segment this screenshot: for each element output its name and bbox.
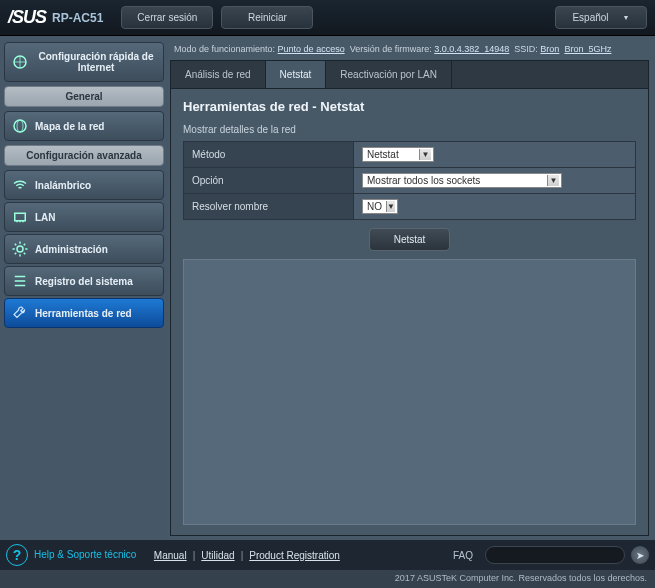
help-link[interactable]: Help & Soporte técnico [34, 550, 136, 560]
operation-mode-link[interactable]: Punto de acceso [278, 44, 345, 54]
search-input[interactable] [485, 546, 625, 564]
sidebar-item-wireless[interactable]: Inalámbrico [4, 170, 164, 200]
ssid-link-1[interactable]: Bron [540, 44, 559, 54]
globe-arrow-icon [11, 53, 29, 71]
settings-table: Método Netstat ▼ Opción Mostrar to [183, 141, 636, 220]
wifi-icon [11, 176, 29, 194]
output-textarea[interactable] [183, 259, 636, 525]
status-line: Modo de funcionamiento: Punto de acceso … [170, 40, 649, 60]
svg-point-4 [17, 246, 23, 252]
registration-link[interactable]: Product Registration [249, 550, 340, 561]
search-go-button[interactable]: ➤ [631, 546, 649, 564]
manual-link[interactable]: Manual [154, 550, 187, 561]
help-icon[interactable]: ? [6, 544, 28, 566]
label-resolve: Resolver nombre [184, 194, 354, 220]
ethernet-icon [11, 208, 29, 226]
sidebar: Configuración rápida de Internet General… [0, 36, 168, 540]
ssid-link-2[interactable]: Bron_5GHz [564, 44, 611, 54]
tab-wol[interactable]: Reactivación por LAN [326, 61, 452, 88]
dropdown-arrow-icon: ▼ [386, 201, 395, 212]
panel: Herramientas de red - Netstat Mostrar de… [170, 89, 649, 536]
netstat-button[interactable]: Netstat [369, 228, 451, 251]
footer-bar: ? Help & Soporte técnico Manual | Utilid… [0, 540, 655, 570]
firmware-link[interactable]: 3.0.0.4.382_14948 [434, 44, 509, 54]
tools-icon [11, 304, 29, 322]
sidebar-item-lan[interactable]: LAN [4, 202, 164, 232]
tab-netstat[interactable]: Netstat [266, 61, 327, 88]
sidebar-item-syslog[interactable]: Registro del sistema [4, 266, 164, 296]
main-content: Modo de funcionamiento: Punto de acceso … [168, 36, 655, 540]
svg-rect-3 [15, 213, 26, 221]
dropdown-arrow-icon: ▼ [419, 149, 431, 160]
model-label: RP-AC51 [52, 11, 103, 25]
svg-point-1 [14, 120, 26, 132]
method-select[interactable]: Netstat ▼ [362, 147, 434, 162]
sidebar-item-network-map[interactable]: Mapa de la red [4, 111, 164, 141]
copyright-bar: 2017 ASUSTeK Computer Inc. Reservados to… [0, 570, 655, 588]
faq-link[interactable]: FAQ [453, 550, 473, 561]
header-bar: /SUS RP-AC51 Cerrar sesión Reiniciar Esp… [0, 0, 655, 36]
resolve-select[interactable]: NO ▼ [362, 199, 398, 214]
svg-point-2 [17, 120, 23, 132]
gear-icon [11, 240, 29, 258]
globe-icon [11, 117, 29, 135]
sidebar-item-admin[interactable]: Administración [4, 234, 164, 264]
logout-button[interactable]: Cerrar sesión [121, 6, 213, 29]
sidebar-item-network-tools[interactable]: Herramientas de red [4, 298, 164, 328]
dropdown-arrow-icon: ▼ [547, 175, 559, 186]
sidebar-item-qis[interactable]: Configuración rápida de Internet [4, 42, 164, 82]
brand-logo: /SUS [8, 7, 46, 28]
reboot-button[interactable]: Reiniciar [221, 6, 313, 29]
language-selector[interactable]: Español [555, 6, 647, 29]
utility-link[interactable]: Utilidad [201, 550, 234, 561]
panel-title: Herramientas de red - Netstat [183, 99, 636, 114]
label-method: Método [184, 142, 354, 168]
tab-bar: Análisis de red Netstat Reactivación por… [170, 60, 649, 89]
panel-subtitle: Mostrar detalles de la red [183, 124, 636, 135]
label-option: Opción [184, 168, 354, 194]
option-select[interactable]: Mostrar todos los sockets ▼ [362, 173, 562, 188]
list-icon [11, 272, 29, 290]
sidebar-section-general: General [4, 86, 164, 107]
sidebar-section-advanced: Configuración avanzada [4, 145, 164, 166]
tab-network-analysis[interactable]: Análisis de red [171, 61, 266, 88]
